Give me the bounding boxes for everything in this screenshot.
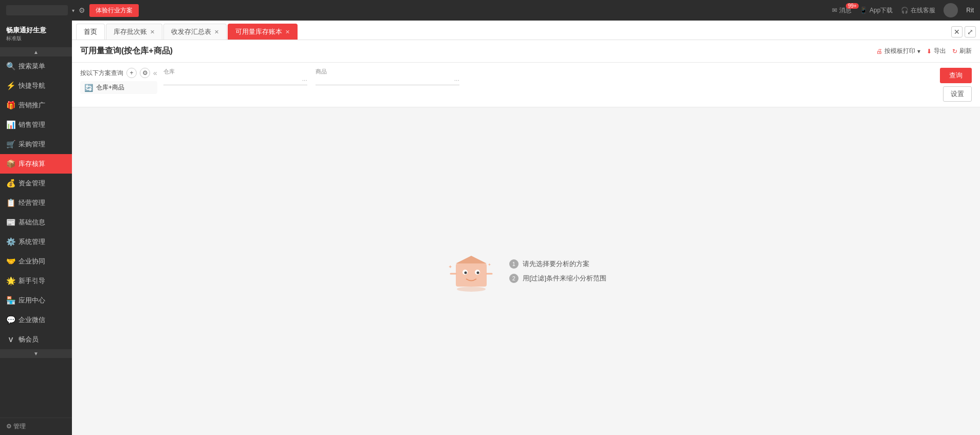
tab-close-available[interactable]: ✕ bbox=[285, 29, 290, 35]
app-icon: 📱 bbox=[860, 7, 867, 14]
tip-number-2: 2 bbox=[509, 274, 519, 283]
warehouse-input-wrap: ··· bbox=[163, 77, 307, 85]
warehouse-field: 仓库 ··· bbox=[163, 68, 307, 85]
print-button[interactable]: 🖨 按模板打印 ▾ bbox=[876, 47, 920, 55]
sidebar-item-search[interactable]: 🔍 搜索菜单 bbox=[0, 56, 72, 76]
tab-close-summary[interactable]: ✕ bbox=[214, 29, 219, 35]
sidebar-item-label: 新手引导 bbox=[19, 276, 45, 286]
sidebar-item-finance[interactable]: 💰 资金管理 bbox=[0, 174, 72, 193]
svg-rect-0 bbox=[456, 263, 487, 287]
sidebar-item-label: 快捷导航 bbox=[19, 81, 45, 90]
page-header: 可用量查询(按仓库+商品) 🖨 按模板打印 ▾ ⬇ 导出 ↻ 刷新 bbox=[72, 40, 980, 63]
print-chevron-icon: ▾ bbox=[917, 48, 920, 55]
filter-scheme-area: 按以下方案查询 + ⚙ « 🔄 仓库+商品 bbox=[80, 68, 157, 94]
enterprise-icon: 🤝 bbox=[6, 257, 15, 266]
svg-point-5 bbox=[476, 272, 479, 274]
tip-text-2: 用[过滤]条件来缩小分析范围 bbox=[523, 274, 606, 283]
export-button[interactable]: ⬇ 导出 bbox=[927, 47, 946, 55]
sidebar-item-sales[interactable]: 📊 销售管理 bbox=[0, 115, 72, 135]
goods-dots-icon[interactable]: ··· bbox=[454, 77, 459, 84]
tab-bar-actions: ✕ ⤢ bbox=[951, 26, 976, 40]
empty-tips: 1 请先选择要分析的方案 2 用[过滤]条件来缩小分析范围 bbox=[509, 259, 606, 283]
page-title: 可用量查询(按仓库+商品) bbox=[80, 46, 173, 56]
tip-number-1: 1 bbox=[509, 259, 519, 269]
sidebar-item-marketing[interactable]: 🎁 营销推广 bbox=[0, 96, 72, 115]
sidebar-item-wechat[interactable]: 💬 企业微信 bbox=[0, 310, 72, 330]
sidebar-item-basic[interactable]: 📰 基础信息 bbox=[0, 213, 72, 232]
sidebar-bottom[interactable]: ⚙ 管理 bbox=[0, 418, 72, 435]
refresh-button[interactable]: ↻ 刷新 bbox=[952, 47, 972, 55]
sidebar-item-appstore[interactable]: 🏪 应用中心 bbox=[0, 291, 72, 310]
sidebar-item-inventory[interactable]: 📦 库存核算 bbox=[0, 154, 72, 174]
tab-home[interactable]: 首页 bbox=[76, 24, 105, 40]
top-bar: ▾ ⚙ 体验行业方案 ✉ 消息 99+ 📱 App下载 🎧 在线客服 Rit bbox=[0, 0, 980, 21]
filter-fields: 仓库 ··· 商品 ··· bbox=[163, 68, 934, 85]
sidebar-item-purchase[interactable]: 🛒 采购管理 bbox=[0, 135, 72, 154]
sidebar-item-label: 营销推广 bbox=[19, 101, 45, 110]
tab-bar: 首页 库存批次账 ✕ 收发存汇总表 ✕ 可用量库存账本 ✕ ✕ ⤢ bbox=[72, 21, 980, 40]
sidebar-scroll-down[interactable]: ▼ bbox=[0, 349, 72, 358]
filter-scheme-collapse-icon[interactable]: « bbox=[153, 69, 157, 77]
sidebar: 畅康通好生意 标准版 ▲ 🔍 搜索菜单 ⚡ 快捷导航 🎁 营销推广 📊 销售管理… bbox=[0, 21, 72, 435]
sidebar-item-label: 企业协同 bbox=[19, 257, 45, 266]
tab-summary[interactable]: 收发存汇总表 ✕ bbox=[163, 24, 227, 40]
tab-close-batch[interactable]: ✕ bbox=[150, 29, 155, 35]
sidebar-item-label: 搜索菜单 bbox=[19, 62, 45, 71]
filter-scheme-edit-button[interactable]: ⚙ bbox=[140, 68, 150, 78]
tab-available[interactable]: 可用量库存账本 ✕ bbox=[228, 24, 298, 40]
filter-label: 按以下方案查询 bbox=[80, 69, 123, 78]
query-button[interactable]: 查询 bbox=[940, 68, 972, 83]
main-layout: 畅康通好生意 标准版 ▲ 🔍 搜索菜单 ⚡ 快捷导航 🎁 营销推广 📊 销售管理… bbox=[0, 21, 980, 435]
industry-solution-button[interactable]: 体验行业方案 bbox=[89, 4, 139, 17]
sidebar-item-operations[interactable]: 📋 经营管理 bbox=[0, 193, 72, 213]
goods-input[interactable] bbox=[316, 77, 451, 84]
search-icon: 🔍 bbox=[6, 62, 15, 71]
page-header-actions: 🖨 按模板打印 ▾ ⬇ 导出 ↻ 刷新 bbox=[876, 47, 972, 55]
export-icon: ⬇ bbox=[927, 48, 932, 55]
filter-scheme-item[interactable]: 🔄 仓库+商品 bbox=[80, 81, 157, 94]
empty-tip-2: 2 用[过滤]条件来缩小分析范围 bbox=[509, 274, 606, 283]
logo-title: 畅康通好生意 bbox=[6, 26, 66, 35]
settings-button[interactable]: 设置 bbox=[943, 86, 972, 102]
tab-batch[interactable]: 库存批次账 ✕ bbox=[106, 24, 162, 40]
sidebar-scroll-up[interactable]: ▲ bbox=[0, 48, 72, 56]
avatar[interactable] bbox=[944, 3, 958, 17]
search-input[interactable] bbox=[6, 5, 68, 15]
sidebar-item-label: 畅会员 bbox=[19, 335, 39, 344]
warehouse-dots-icon[interactable]: ··· bbox=[302, 77, 307, 84]
dropdown-icon[interactable]: ▾ bbox=[72, 8, 75, 13]
online-service-button[interactable]: 🎧 在线客服 bbox=[901, 6, 935, 15]
empty-illustration: ✦ ✦ bbox=[446, 245, 497, 297]
warehouse-input[interactable] bbox=[163, 77, 299, 84]
tab-bar-close-button[interactable]: ✕ bbox=[951, 26, 963, 37]
goods-label: 商品 bbox=[316, 68, 459, 75]
sidebar-item-label: 库存核算 bbox=[19, 159, 45, 168]
shortcut-icon: ⚡ bbox=[6, 81, 15, 90]
service-icon: 🎧 bbox=[901, 7, 909, 14]
sidebar-item-newbie[interactable]: 🌟 新手引导 bbox=[0, 271, 72, 291]
wechat-icon: 💬 bbox=[6, 315, 15, 325]
sidebar-item-enterprise[interactable]: 🤝 企业协同 bbox=[0, 252, 72, 271]
appstore-icon: 🏪 bbox=[6, 296, 15, 305]
tab-bar-expand-button[interactable]: ⤢ bbox=[965, 26, 976, 37]
messages-badge: 99+ bbox=[846, 3, 859, 9]
sidebar-item-label: 采购管理 bbox=[19, 140, 45, 149]
content-area: 首页 库存批次账 ✕ 收发存汇总表 ✕ 可用量库存账本 ✕ ✕ ⤢ 可用量查询(… bbox=[72, 21, 980, 435]
username-label: Rit bbox=[966, 7, 974, 14]
app-download-button[interactable]: 📱 App下载 bbox=[860, 6, 893, 15]
filter-buttons: 查询 设置 bbox=[940, 68, 972, 102]
gear-icon[interactable]: ⚙ bbox=[79, 6, 85, 14]
goods-input-wrap: ··· bbox=[316, 77, 459, 85]
top-bar-right: ✉ 消息 99+ 📱 App下载 🎧 在线客服 Rit bbox=[832, 3, 974, 17]
filter-scheme-add-button[interactable]: + bbox=[126, 68, 137, 78]
filter-area: 按以下方案查询 + ⚙ « 🔄 仓库+商品 仓库 ··· bbox=[72, 63, 980, 107]
sidebar-item-system[interactable]: ⚙️ 系统管理 bbox=[0, 232, 72, 252]
sidebar-item-label: 资金管理 bbox=[19, 179, 45, 188]
sidebar-item-shortcut[interactable]: ⚡ 快捷导航 bbox=[0, 76, 72, 96]
sidebar-item-member[interactable]: V 畅会员 bbox=[0, 330, 72, 349]
print-icon: 🖨 bbox=[876, 48, 882, 55]
sidebar-item-label: 基础信息 bbox=[19, 218, 45, 227]
sales-icon: 📊 bbox=[6, 120, 15, 129]
inventory-icon: 📦 bbox=[6, 159, 15, 168]
messages-button[interactable]: ✉ 消息 99+ bbox=[832, 6, 852, 15]
